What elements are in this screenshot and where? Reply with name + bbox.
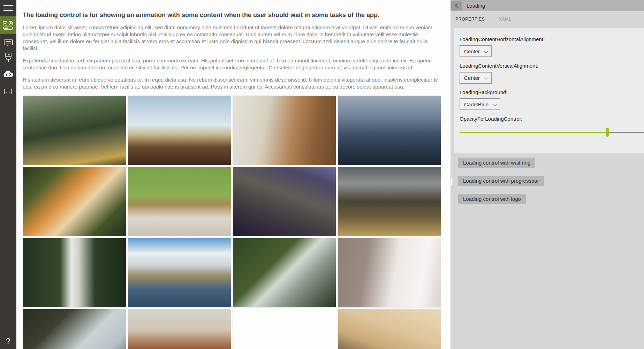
properties-panel: Loading PROPERTIES XAML LoadingContentHo… [450,0,644,349]
sample-action-buttons: Loading control with wait ring Loading c… [458,158,544,212]
loading-background-combobox[interactable]: CadetBlue [460,98,500,110]
tab-xaml[interactable]: XAML [499,17,512,22]
hamburger-menu-button[interactable] [0,3,16,13]
back-button[interactable] [451,1,462,10]
wait-ring-button[interactable]: Loading control with wait ring [458,158,535,168]
question-mark-icon: ? [6,336,10,346]
photo-tile [128,238,231,308]
property-label-opacity: OpacityForLoadingControl: [460,116,644,122]
panel-splitter-grip[interactable] [451,179,453,185]
sample-content-area: The loading control is for showing an an… [16,0,450,349]
logo-button[interactable]: Loading control with logo [458,194,526,204]
slider-fill [460,132,607,133]
photo-tile [233,309,336,349]
photo-tile [128,96,231,165]
photo-tile [338,167,441,236]
photo-tile [233,167,336,236]
cloud-code-icon [3,70,14,78]
opacity-slider[interactable] [460,127,644,137]
photo-tile [128,309,231,349]
photo-tile [233,96,336,165]
chevron-down-icon [484,50,488,53]
photo-grid [23,96,441,349]
property-label-horizontal-alignment: LoadingContentHorizontalAlignment: [460,36,644,43]
chevron-left-icon [455,3,460,8]
photo-tile [338,96,441,165]
controls-icon [3,21,14,30]
photo-tile [23,167,126,236]
vertical-alignment-combobox[interactable]: Center [460,72,492,84]
sidebar-item-notifications[interactable] [0,37,16,50]
panel-tabs: PROPERTIES XAML [450,11,644,22]
photo-tile [23,96,126,165]
properties-card: LoadingContentHorizontalAlignment: Cente… [454,28,644,153]
slider-thumb[interactable] [606,128,609,137]
combobox-value: CadetBlue [464,101,488,107]
sidebar-item-controls[interactable] [0,16,16,34]
photo-tile [338,238,441,308]
lorem-paragraph-1: Lorem ipsum dolor sit amet, consectetuer… [23,24,441,52]
combobox-value: Center [464,48,480,54]
photo-tile [128,167,231,236]
hamburger-icon [3,5,13,11]
combobox-value: Center [464,75,480,81]
photo-tile [23,238,126,308]
sidebar-item-json[interactable]: {...} [0,86,16,97]
help-button[interactable]: ? [0,335,16,348]
tab-properties[interactable]: PROPERTIES [455,17,485,22]
lorem-paragraph-3: His audiam deserunt in, eum ubique volup… [23,76,441,90]
sidebar-item-developer[interactable] [0,68,16,80]
paintbrush-icon [4,53,13,65]
lorem-paragraph-2: Expetenda tincidunt in sed, ex partem pl… [23,57,441,71]
chevron-down-icon [484,76,488,79]
braces-icon: {...} [3,89,13,94]
photo-tile [23,309,126,349]
sidebar-item-theme[interactable] [0,52,16,66]
panel-title: Loading [467,3,485,9]
sample-description-heading: The loading control is for showing an an… [23,11,445,19]
property-label-vertical-alignment: LoadingContentVerticalAlignment: [460,63,644,69]
comment-icon [4,39,13,48]
progressbar-button[interactable]: Loading control with progressbar [458,176,544,186]
photo-tile [233,238,336,308]
panel-header: Loading [450,0,644,11]
sidebar: {...} ? [0,0,16,349]
photo-tile [338,309,441,349]
property-label-loading-background: LoadingBackground: [460,89,644,96]
chevron-down-icon [493,103,497,106]
horizontal-alignment-combobox[interactable]: Center [460,45,492,57]
